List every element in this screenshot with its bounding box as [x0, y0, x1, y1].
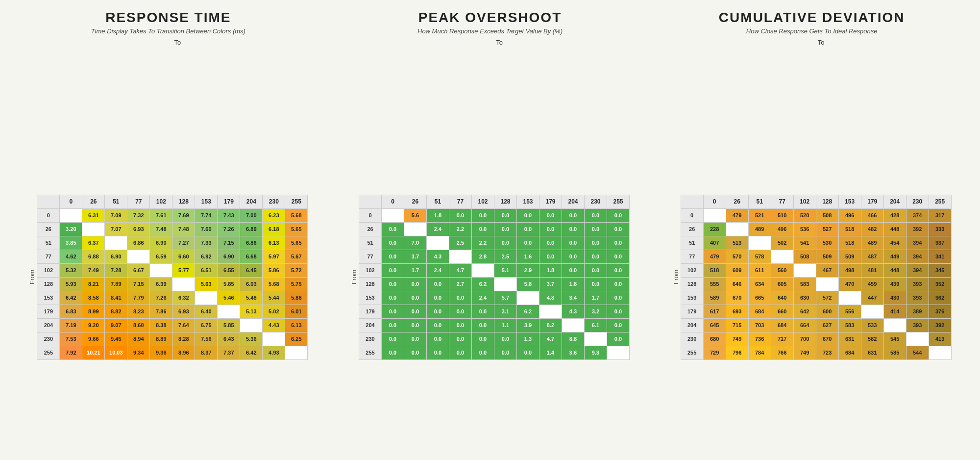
rt-cell: 7.19: [60, 318, 82, 332]
rt-to-label: To: [47, 39, 308, 46]
rt-cell: 9.66: [82, 332, 105, 346]
rt-cell: [172, 277, 195, 291]
rt-cell: 5.88: [285, 291, 308, 305]
rt-col-153: 153: [195, 195, 218, 208]
rt-col-255: 255: [285, 195, 308, 208]
rt-row-102: 102: [37, 263, 60, 277]
rt-cell: 5.75: [285, 277, 308, 291]
rt-subtitle: Time Display Takes To Transition Between…: [91, 27, 245, 35]
table-row: 0 5.6 1.8 0.0 0.0 0.0 0.0 0.0 0.0 0.0: [359, 208, 630, 222]
table-row: 128 0.0 0.0 0.0 2.7 6.2 5.8 3.7 1.8 0.0: [359, 277, 630, 291]
rt-cell: 8.60: [127, 318, 150, 332]
rt-cell: 5.93: [60, 277, 82, 291]
table-row: 77 4.62 6.88 6.90 6.59 6.60 6.92 6.90 6.…: [37, 250, 308, 263]
table-row: 153 0.0 0.0 0.0 0.0 2.4 5.7 4.8 3.4 1.7: [359, 291, 630, 305]
cumulative-deviation-section: CUMULATIVE DEVIATION How Close Response …: [653, 10, 970, 460]
rt-cell: 7.89: [105, 277, 127, 291]
table-row: 179 6.83 8.99 8.82 8.23 7.86 6.93 6.40 5…: [37, 305, 308, 318]
rt-cell: 9.45: [105, 332, 127, 346]
rt-cell: 10.03: [105, 346, 127, 359]
rt-row-255: 255: [37, 346, 60, 359]
rt-cell: 8.99: [82, 305, 105, 318]
rt-cell: 6.13: [285, 318, 308, 332]
rt-cell: [150, 263, 172, 277]
rt-cell: 7.48: [150, 222, 172, 236]
rt-cell: 5.68: [263, 277, 285, 291]
cd-title: CUMULATIVE DEVIATION: [719, 10, 905, 26]
rt-cell: 7.27: [172, 236, 195, 250]
rt-row-128: 128: [37, 277, 60, 291]
cd-matrix-table: 0 26 51 77 102 128 153 179 204 230 255: [681, 195, 952, 360]
rt-cell: 8.28: [172, 332, 195, 346]
table-row: 26 3.20 7.07 6.93 7.48 7.48 7.60 7.26 6.…: [37, 222, 308, 236]
rt-cell: 8.82: [105, 305, 127, 318]
po-matrix-wrapper: To From 0 26 51 77 102 128: [350, 39, 630, 460]
rt-cell: 5.65: [285, 222, 308, 236]
table-row: 230 7.53 9.66 9.45 8.94 8.89 8.28 7.56 6…: [37, 332, 308, 346]
po-from-label: From: [350, 47, 358, 460]
rt-col-204: 204: [240, 195, 263, 208]
rt-matrix-wrapper: To From 0 26 51 77 102 128: [28, 39, 308, 460]
rt-cell: 7.53: [60, 332, 82, 346]
po-matrix-with-from: From 0 26 51 77 102 128 153: [350, 47, 630, 460]
rt-cell: 8.41: [105, 291, 127, 305]
rt-cell: 6.45: [240, 263, 263, 277]
rt-row-51: 51: [37, 236, 60, 250]
cd-matrix-with-from: From 0 26 51 77 102 128 153: [672, 47, 952, 460]
peak-overshoot-section: PEAK OVERSHOOT How Much Response Exceeds…: [332, 10, 649, 460]
rt-cell: 9.34: [127, 346, 150, 359]
table-row: 77 0.0 3.7 4.3 2.8 2.5 1.6 0.0 0.0 0.0: [359, 250, 630, 263]
table-row: 128 555 646 634 605 583 470 459 439 393: [681, 277, 951, 291]
rt-corner-header: [37, 195, 60, 208]
cd-matrix-wrapper: To From 0 26 51 77 102 128: [672, 39, 952, 460]
table-row: 255 7.92 10.21 10.03 9.34 9.36 8.96 8.37…: [37, 346, 308, 359]
rt-cell: 5.65: [285, 236, 308, 250]
rt-cell: 8.21: [82, 277, 105, 291]
rt-cell: 4.62: [60, 250, 82, 263]
rt-cell: 7.49: [82, 263, 105, 277]
rt-cell: 7.09: [105, 208, 127, 222]
rt-cell: 6.92: [195, 250, 218, 263]
rt-cell: 6.51: [195, 263, 218, 277]
rt-col-51: 51: [105, 195, 127, 208]
rt-cell: 7.07: [105, 222, 127, 236]
table-row: 51 407 513 502 541 530 518 489 454 394: [681, 236, 951, 250]
rt-cell: 5.02: [263, 305, 285, 318]
rt-cell: 9.07: [105, 318, 127, 332]
rt-row-204: 204: [37, 318, 60, 332]
rt-col-128: 128: [172, 195, 195, 208]
rt-cell: 6.68: [240, 250, 263, 263]
table-row: 26 228 489 496 536 527 518 482 448 392: [681, 222, 951, 236]
po-to-label: To: [369, 39, 630, 46]
cd-subtitle: How Close Response Gets To Ideal Respons…: [746, 27, 878, 35]
rt-cell: 8.94: [127, 332, 150, 346]
rt-row-153: 153: [37, 291, 60, 305]
rt-cell: 5.67: [285, 250, 308, 263]
rt-cell: 6.25: [285, 332, 308, 346]
rt-cell: 10.21: [82, 346, 105, 359]
rt-col-102: 102: [150, 195, 172, 208]
rt-cell: 6.90: [218, 250, 240, 263]
rt-cell: [82, 222, 105, 236]
rt-cell: 4.43: [263, 318, 285, 332]
rt-cell: 5.72: [285, 263, 308, 277]
rt-row-179: 179: [37, 305, 60, 318]
rt-cell: 6.55: [218, 263, 240, 277]
rt-title: RESPONSE TIME: [105, 10, 231, 26]
rt-cell: 6.42: [60, 291, 82, 305]
rt-cell: 5.63: [195, 277, 218, 291]
po-subtitle: How Much Response Exceeds Target Value B…: [417, 27, 563, 35]
table-row: 102 518 609 611 560 467 498 481 448 394: [681, 263, 951, 277]
table-row: 0 6.31 7.09 7.32 7.61 7.69 7.74 7.43 7.0…: [37, 208, 308, 222]
rt-cell: 7.69: [172, 208, 195, 222]
rt-cell: 6.43: [218, 332, 240, 346]
rt-cell: 6.89: [240, 222, 263, 236]
rt-cell: 5.46: [218, 291, 240, 305]
table-row: 204 645 715 703 684 664 627 583 533 393: [681, 318, 951, 332]
rt-cell: 6.37: [82, 236, 105, 250]
rt-cell: [60, 208, 82, 222]
rt-cell: [127, 250, 150, 263]
rt-col-230: 230: [263, 195, 285, 208]
rt-cell: 6.23: [263, 208, 285, 222]
rt-cell: [285, 346, 308, 359]
